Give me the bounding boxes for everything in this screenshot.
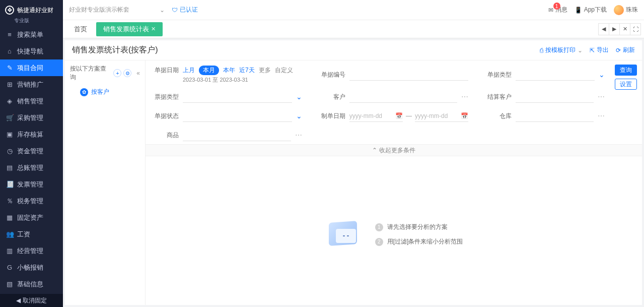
field-settle-customer: 结算客户 ⋯ [483, 91, 635, 103]
bill-no-input[interactable] [349, 69, 469, 81]
chevron-down-icon[interactable]: ⌄ [296, 93, 302, 101]
brand-name: 畅捷通好业财 [17, 6, 53, 15]
sidebar-item[interactable]: ◈销售管理 [0, 93, 63, 109]
more-icon[interactable]: ⋯ [598, 93, 605, 101]
calendar-icon[interactable]: 📅 [395, 112, 403, 119]
print-button[interactable]: ⎙ 按模板打印 ⌄ [540, 46, 583, 54]
verified-badge: 🛡 已认证 [172, 6, 198, 14]
make-date-from[interactable] [349, 112, 395, 119]
invoice-type-select[interactable] [183, 91, 292, 103]
nav-icon: ▥ [6, 247, 13, 255]
sidebar-item[interactable]: G小畅报销 [0, 259, 63, 276]
date-range-option[interactable]: 上月 [183, 66, 195, 75]
app-download-button[interactable]: 📱 App下载 [575, 6, 607, 14]
scheme-item-customer[interactable]: ✿ 按客户 [70, 88, 140, 96]
nav-icon: ⌂ [6, 47, 13, 55]
chevron-down-icon[interactable]: ⌄ [599, 71, 605, 79]
print-label: 按模板打印 [545, 46, 576, 54]
sidebar-item[interactable]: 🛒采购管理 [0, 109, 63, 126]
more-icon[interactable]: ⋯ [598, 112, 605, 120]
nav-icon: ◈ [6, 97, 13, 105]
field-goods: 商品 ⋯ [151, 129, 302, 141]
refresh-button[interactable]: ⟳ 刷新 [616, 46, 635, 54]
tabs-fullscreen[interactable]: ⛶ [630, 23, 641, 35]
user-menu[interactable]: 珠珠 [614, 5, 638, 15]
messages-button[interactable]: ✉ 消息 1 [548, 6, 567, 14]
sidebar-item[interactable]: 🧾发票管理 [0, 176, 63, 193]
setting-button[interactable]: 设置 [615, 79, 637, 90]
calendar-icon[interactable]: 📅 [461, 112, 468, 119]
date-range-option[interactable]: 更多 [259, 66, 271, 75]
sidebar-item-label: 固定资产 [17, 213, 43, 222]
sidebar-item-label: 库存核算 [17, 130, 43, 139]
sidebar-item[interactable]: ≡搜索菜单 [0, 26, 63, 43]
goods-label: 商品 [151, 131, 179, 140]
tabs-close-all[interactable]: ✕ [619, 23, 630, 35]
panel-header: 销售发票统计表(按客户) ⎙ 按模板打印 ⌄ ⇱ 导出 ⟳ 刷新 [65, 40, 642, 60]
sidebar-item[interactable]: ◷资金管理 [0, 143, 63, 159]
bill-type-select[interactable] [516, 69, 595, 81]
bill-no-label: 单据编号 [317, 71, 345, 79]
nav-icon: 🛒 [6, 114, 13, 121]
chevron-down-icon[interactable]: ⌄ [296, 112, 302, 120]
field-bill-state: 单据状态 ⌄ [151, 110, 302, 122]
warehouse-picker[interactable] [516, 110, 594, 122]
brand-logo-icon: ❖ [5, 6, 14, 15]
export-button[interactable]: ⇱ 导出 [590, 46, 609, 54]
more-icon[interactable]: ⋯ [461, 93, 468, 101]
sidebar-item[interactable]: ⌂快捷导航 [0, 43, 63, 59]
date-range-option[interactable]: 本月 [199, 66, 219, 75]
export-label: 导出 [597, 46, 609, 54]
customer-picker[interactable] [349, 91, 458, 103]
chevron-down-icon: ⌄ [160, 7, 165, 14]
date-range-option[interactable]: 本年 [223, 66, 235, 75]
scheme-item-label: 按客户 [91, 88, 109, 96]
collapse-conditions[interactable]: ⌃ 收起更多条件 [146, 144, 642, 156]
make-date-label: 制单日期 [317, 112, 345, 120]
settle-customer-picker[interactable] [516, 91, 594, 103]
warehouse-label: 仓库 [483, 112, 512, 120]
step-number-icon: 2 [375, 238, 383, 246]
pin-icon: ◀ [16, 297, 21, 304]
sidebar-item-label: 基础信息 [17, 280, 43, 289]
bill-state-label: 单据状态 [151, 112, 179, 120]
make-date-to[interactable] [415, 112, 461, 119]
sidebar-item[interactable]: ％税务管理 [0, 193, 63, 209]
sidebar-item-label: 经营管理 [17, 247, 43, 256]
more-icon[interactable]: ⋯ [295, 131, 302, 139]
goods-picker[interactable] [183, 129, 291, 141]
avatar [614, 5, 624, 15]
account-selector[interactable]: 好业财专业版演示帐套 ⌄ [69, 6, 165, 14]
scheme-add[interactable]: + [113, 69, 121, 77]
sidebar-item[interactable]: ✎项目合同 [0, 59, 63, 76]
bill-date-range: 2023-03-01 至 2023-03-31 [151, 76, 302, 84]
date-range-option[interactable]: 自定义 [275, 66, 293, 75]
tab[interactable]: 销售发票统计表✕ [96, 22, 163, 36]
sidebar-item[interactable]: ▧基础信息 [0, 276, 63, 292]
bill-state-select[interactable] [183, 110, 292, 122]
date-range-option[interactable]: 近7天 [239, 66, 255, 75]
sidebar-item[interactable]: ▦固定资产 [0, 209, 63, 226]
scheme-setting[interactable]: ⚙ [123, 69, 131, 77]
sidebar-item[interactable]: 👥工资 [0, 226, 63, 242]
field-bill-date: 单据日期 上月本月本年近7天更多自定义 [151, 66, 302, 75]
verified-label: 已认证 [180, 6, 198, 14]
query-button[interactable]: 查询 [615, 65, 637, 76]
tab-close-icon[interactable]: ✕ [151, 26, 156, 32]
settle-customer-label: 结算客户 [483, 93, 512, 101]
scheme-collapse[interactable]: « [136, 70, 140, 77]
sidebar: ❖ 畅捷通好业财 专业版 ≡搜索菜单⌂快捷导航✎项目合同⊞营销推广◈销售管理🛒采… [0, 0, 63, 307]
tabs-next[interactable]: ▶ [609, 23, 620, 35]
empty-state: 1 请先选择要分析的方案 2 用[过滤]条件来缩小分析范围 [146, 156, 642, 252]
refresh-icon: ⟳ [616, 47, 621, 54]
topbar: 好业财专业版演示帐套 ⌄ 🛡 已认证 ✉ 消息 1 📱 App下载 珠珠 [63, 0, 644, 20]
shield-icon: 🛡 [172, 7, 178, 14]
sidebar-item[interactable]: ▣库存核算 [0, 126, 63, 143]
sidebar-item-label: 税务管理 [17, 197, 43, 206]
sidebar-item[interactable]: ▤总账管理 [0, 159, 63, 176]
tabs-prev[interactable]: ◀ [598, 23, 609, 35]
tab[interactable]: 首页 [67, 22, 94, 36]
sidebar-item[interactable]: ⊞营销推广 [0, 76, 63, 93]
sidebar-item[interactable]: ▥经营管理 [0, 242, 63, 259]
sidebar-unpin[interactable]: ◀ 取消固定 [0, 294, 63, 307]
